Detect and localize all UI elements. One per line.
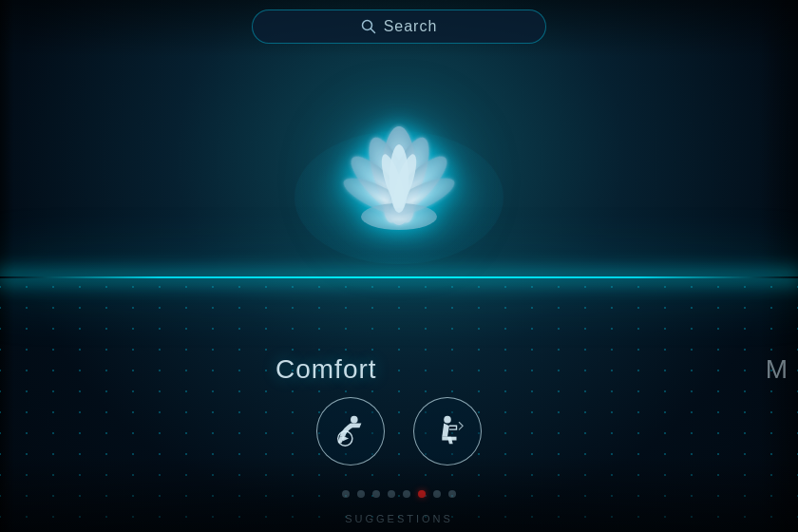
svg-marker-15 <box>342 436 349 442</box>
search-bar[interactable]: Search <box>252 10 546 44</box>
category-label-center: Comfort <box>276 354 377 385</box>
pagination-dot-2[interactable] <box>357 490 365 498</box>
pagination-dot-7[interactable] <box>433 490 441 498</box>
pagination-dot-6-active[interactable] <box>418 490 426 498</box>
pagination-dot-1[interactable] <box>342 490 350 498</box>
category-label-right: M <box>766 354 798 385</box>
svg-point-13 <box>351 416 358 424</box>
pagination-dots <box>342 490 456 498</box>
app-container: Search <box>0 0 798 532</box>
search-icon <box>361 19 376 34</box>
seat-recline-button[interactable] <box>316 397 385 466</box>
pagination-dot-3[interactable] <box>372 490 380 498</box>
svg-line-1 <box>370 29 374 33</box>
pagination-dot-5[interactable] <box>403 490 410 498</box>
icon-buttons-row <box>316 397 482 466</box>
seat-adjust-button[interactable] <box>413 397 482 466</box>
pagination-dot-8[interactable] <box>448 490 456 498</box>
seat-recline-icon <box>332 413 369 449</box>
suggestions-label: SUGGESTIONS <box>345 513 453 524</box>
pagination-dot-4[interactable] <box>388 490 395 498</box>
search-label: Search <box>384 18 438 35</box>
svg-point-16 <box>444 416 451 424</box>
lotus-container <box>285 57 513 285</box>
seat-adjust-icon <box>429 413 466 449</box>
lotus-icon <box>304 76 494 266</box>
